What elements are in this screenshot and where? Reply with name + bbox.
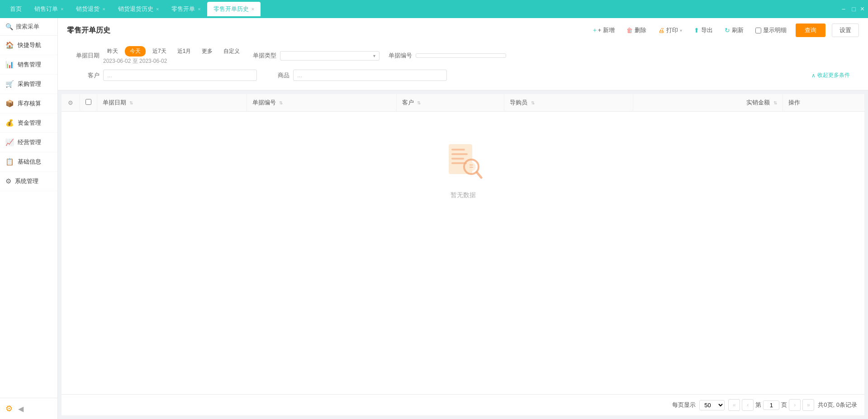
collapse-sidebar-icon[interactable]: ◀ — [18, 405, 24, 413]
print-button[interactable]: 🖨 打印 ▾ — [655, 24, 685, 36]
date-filter-label: 单据日期 — [76, 52, 100, 60]
sort-guide-icon[interactable]: ⇅ — [531, 100, 535, 105]
export-icon: ⬆ — [694, 27, 699, 34]
sort-date-icon[interactable]: ⇅ — [129, 100, 133, 105]
empty-state: 暂无数据 — [62, 112, 864, 226]
number-input[interactable] — [416, 53, 506, 58]
date-btn-today[interactable]: 今天 — [125, 46, 146, 56]
main-layout: 🔍 搜索采单 🏠 快捷导航 📊 销售管理 🛒 采购管理 📦 库存核算 💰 资金管… — [0, 18, 868, 419]
tab-sales-order[interactable]: 销售订单 × — [28, 2, 70, 16]
filter-type-item: 单据类型 ▾ — [253, 51, 379, 61]
last-page-btn[interactable]: » — [802, 399, 814, 411]
date-btn-7days[interactable]: 近7天 — [148, 46, 171, 56]
sort-number-icon[interactable]: ⇅ — [279, 100, 283, 105]
refresh-icon: ↻ — [725, 27, 730, 34]
per-page-select[interactable]: 50 10 20 100 — [699, 400, 725, 410]
settings-button[interactable]: 设置 — [832, 24, 859, 37]
customer-input[interactable]: ... — [103, 70, 257, 81]
close-tab-sales-order[interactable]: × — [61, 6, 63, 12]
close-tab-retail-open-history[interactable]: × — [251, 6, 254, 12]
th-settings[interactable]: ⚙ — [62, 94, 80, 112]
refresh-button[interactable]: ↻ 刷新 — [722, 24, 746, 36]
tab-retail-open[interactable]: 零售开单 × — [165, 2, 207, 16]
first-page-btn[interactable]: « — [728, 399, 740, 411]
pagination-nav: « ‹ 第 页 › » — [728, 399, 814, 411]
type-select-arrow: ▾ — [373, 53, 375, 58]
close-tab-sales-return[interactable]: × — [102, 6, 105, 12]
sidebar-item-sales-mgmt[interactable]: 📊 销售管理 — [0, 55, 57, 75]
filter-row-2: 客户 ... 商品 ... — [76, 70, 850, 81]
export-button[interactable]: ⬆ 导出 — [691, 24, 716, 36]
window-close-btn[interactable]: × — [860, 5, 864, 13]
page-header: 零售开单历史 ＋ + 新增 🗑 删除 🖨 打印 ▾ — [58, 18, 868, 90]
sort-amount-icon[interactable]: ⇅ — [773, 100, 777, 105]
th-number: 单据编号 ⇅ — [247, 94, 396, 112]
empty-icon — [441, 139, 486, 184]
svg-rect-1 — [451, 149, 465, 151]
goods-input[interactable]: ... — [293, 70, 447, 81]
close-tab-sales-return-history[interactable]: × — [156, 6, 159, 12]
pagination-info: 共0页, 0条记录 — [818, 401, 857, 409]
th-guide-label: 导购员 — [510, 99, 527, 106]
sidebar-search[interactable]: 🔍 搜索采单 — [0, 18, 57, 36]
basic-info-icon: 📋 — [5, 158, 14, 166]
page-suffix-label: 页 — [781, 401, 787, 409]
table-header-row: ⚙ 单据日期 ⇅ 单据编号 ⇅ — [62, 94, 864, 112]
select-all-checkbox[interactable] — [85, 99, 91, 105]
sidebar-item-basic-info[interactable]: 📋 基础信息 — [0, 152, 57, 172]
page-prefix-label: 第 — [755, 401, 761, 409]
th-action-label: 操作 — [788, 99, 800, 106]
print-icon: 🖨 — [658, 27, 664, 34]
sidebar-item-inventory[interactable]: 📦 库存核算 — [0, 94, 57, 113]
type-select[interactable]: ▾ — [280, 51, 379, 61]
th-action: 操作 — [783, 94, 864, 112]
th-number-label: 单据编号 — [252, 99, 276, 106]
th-date: 单据日期 ⇅ — [97, 94, 247, 112]
settings-icon[interactable]: ⚙ — [5, 404, 13, 414]
content-area: 零售开单历史 ＋ + 新增 🗑 删除 🖨 打印 ▾ — [58, 18, 868, 419]
sidebar-item-system[interactable]: ⚙ 系统管理 — [0, 172, 57, 191]
prev-page-btn[interactable]: ‹ — [742, 399, 754, 411]
date-btn-1month[interactable]: 近1月 — [173, 46, 195, 56]
sidebar-item-purchase-mgmt[interactable]: 🛒 采购管理 — [0, 75, 57, 94]
customer-dots: ... — [107, 72, 112, 79]
display-detail-button[interactable]: 显示明细 — [753, 24, 789, 36]
date-btn-more[interactable]: 更多 — [198, 46, 217, 56]
window-min-btn[interactable]: － — [840, 5, 847, 14]
page-title: 零售开单历史 — [67, 26, 110, 35]
sidebar-item-finance[interactable]: 💰 资金管理 — [0, 113, 57, 133]
page-number-input[interactable] — [763, 400, 779, 410]
date-btn-yesterday[interactable]: 昨天 — [103, 46, 122, 56]
sort-customer-icon[interactable]: ⇅ — [417, 100, 421, 105]
tab-sales-return-history[interactable]: 销货退货历史 × — [112, 2, 165, 16]
new-button[interactable]: ＋ + 新增 — [589, 24, 617, 36]
sidebar-item-quick-nav[interactable]: 🏠 快捷导航 — [0, 36, 57, 55]
date-btn-custom[interactable]: 自定义 — [219, 46, 244, 56]
delete-button[interactable]: 🗑 删除 — [624, 24, 649, 36]
tab-retail-open-history[interactable]: 零售开单历史 × — [207, 2, 261, 16]
column-settings-icon[interactable]: ⚙ — [68, 99, 73, 106]
th-customer-label: 客户 — [402, 99, 414, 106]
svg-rect-2 — [451, 153, 468, 155]
window-max-btn[interactable]: □ — [852, 5, 855, 13]
finance-icon: 💰 — [5, 119, 14, 127]
ops-icon: 📈 — [5, 138, 14, 146]
collapse-filter-btn[interactable]: ∧ 收起更多条件 — [811, 70, 850, 81]
tab-home[interactable]: 首页 — [4, 2, 28, 16]
filter-customer-item: 客户 ... — [76, 70, 257, 81]
display-detail-checkbox[interactable] — [755, 28, 761, 33]
filter-area: 单据日期 昨天 今天 近7天 近1月 更多 自定义 2023-06-02 至 2… — [67, 42, 859, 90]
sidebar-item-ops[interactable]: 📈 经营管理 — [0, 133, 57, 152]
close-tab-retail-open[interactable]: × — [198, 6, 200, 12]
th-date-label: 单据日期 — [103, 99, 126, 106]
sidebar: 🔍 搜索采单 🏠 快捷导航 📊 销售管理 🛒 采购管理 📦 库存核算 💰 资金管… — [0, 18, 58, 419]
system-icon: ⚙ — [5, 177, 11, 185]
next-page-btn[interactable]: › — [789, 399, 801, 411]
filter-row-1: 单据日期 昨天 今天 近7天 近1月 更多 自定义 2023-06-02 至 2… — [76, 46, 850, 65]
th-check[interactable] — [80, 94, 97, 112]
query-button[interactable]: 查询 — [796, 24, 825, 37]
th-guide: 导购员 ⇅ — [504, 94, 633, 112]
empty-text: 暂无数据 — [451, 191, 476, 199]
tab-sales-return[interactable]: 销货退货 × — [70, 2, 111, 16]
th-amount: 实销金额 ⇅ — [633, 94, 783, 112]
